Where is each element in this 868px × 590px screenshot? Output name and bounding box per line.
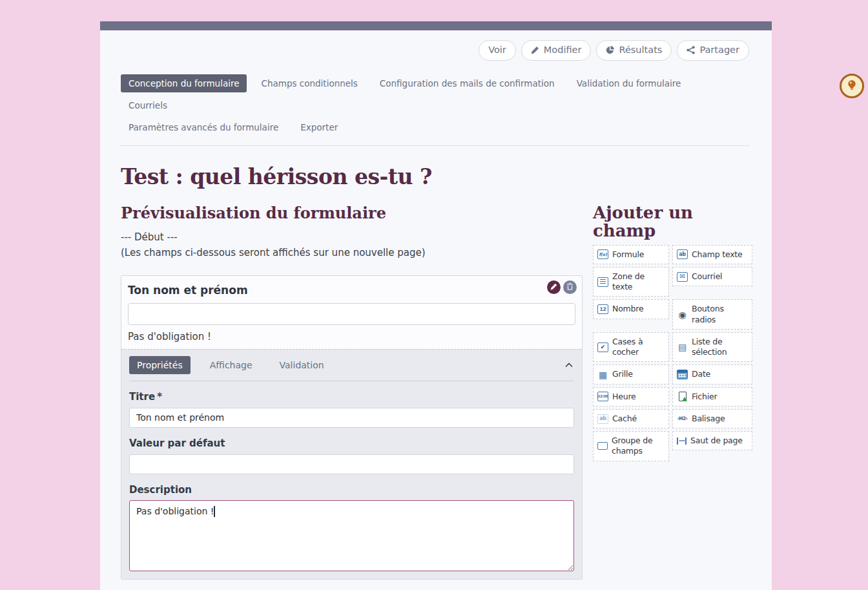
palette-button-liste-de-selection[interactable]: Liste de sélection — [672, 332, 752, 363]
field-label: Ton nom et prénom — [128, 284, 575, 297]
tab-configuration-mails[interactable]: Configuration des mails de confirmation — [372, 74, 563, 92]
primary-tabs: Conception du formulaire Champs conditio… — [121, 74, 749, 146]
tab-champs-conditionnels[interactable]: Champs conditionnels — [253, 74, 365, 92]
palette-button-champ-texte[interactable]: Champ texte — [672, 245, 752, 264]
radio-icon — [677, 310, 688, 319]
palette-label: Boutons radios — [692, 304, 748, 325]
palette-button-formule[interactable]: Formule — [593, 245, 669, 264]
fieldset-icon — [597, 442, 608, 450]
palette-label: Caché — [612, 414, 665, 424]
title-label-text: Titre — [129, 391, 155, 403]
tab-courriels[interactable]: Courriels — [121, 96, 175, 114]
palette-button-grille[interactable]: Grille — [593, 364, 669, 384]
results-button[interactable]: Résultats — [596, 40, 672, 61]
email-icon — [677, 272, 688, 282]
palette-label: Date — [692, 369, 748, 379]
palette-button-heure[interactable]: Heure — [593, 387, 669, 406]
palette-button-date[interactable]: Date — [672, 364, 752, 384]
palette-label: Balisage — [692, 414, 748, 424]
field-palette: Formule Champ texte Zone de texte Courri… — [593, 245, 749, 461]
hidden-field-icon — [597, 414, 608, 424]
field-properties-panel: Propriétés Affichage Validation Titre* V… — [121, 349, 582, 579]
description-label: Description — [129, 484, 574, 496]
tab-affichage[interactable]: Affichage — [202, 356, 260, 374]
share-button[interactable]: Partager — [677, 40, 749, 61]
required-marker: * — [157, 391, 162, 403]
palette-button-balisage[interactable]: Balisage — [672, 409, 752, 428]
tab-proprietes[interactable]: Propriétés — [129, 356, 191, 374]
palette-button-zone-de-texte[interactable]: Zone de texte — [593, 267, 669, 297]
palette-label: Courriel — [692, 271, 748, 282]
palette-button-groupe-de-champs[interactable]: Groupe de champs — [593, 431, 669, 461]
palette-button-courriel[interactable]: Courriel — [672, 267, 752, 286]
page-title: Test : quel hérisson es-tu ? — [121, 164, 749, 189]
view-button-label: Voir — [488, 44, 506, 57]
formula-icon — [597, 249, 608, 259]
default-value-input[interactable] — [129, 454, 574, 474]
text-cursor — [214, 506, 215, 517]
palette-label: Liste de sélection — [692, 337, 748, 358]
palette-label: Champ texte — [692, 249, 748, 260]
palette-label: Nombre — [612, 304, 665, 314]
markup-icon — [677, 414, 688, 424]
palette-button-fichier[interactable]: Fichier — [672, 387, 752, 406]
checkbox-icon — [597, 342, 608, 352]
file-upload-icon — [677, 392, 688, 401]
edit-button-label: Modifier — [544, 44, 582, 57]
palette-button-nombre[interactable]: Nombre — [593, 299, 669, 319]
page-break-note: (Les champs ci-dessous seront affichés s… — [121, 247, 583, 258]
palette-button-saut-de-page[interactable]: Saut de page — [672, 431, 752, 450]
palette-label: Grille — [612, 369, 665, 379]
results-button-label: Résultats — [619, 44, 662, 57]
content-card: Voir Modifier Résultats Partager Concept… — [100, 21, 772, 590]
default-value-label: Valeur par défaut — [129, 437, 574, 449]
field-preview-input[interactable] — [128, 303, 575, 325]
textarea-icon — [597, 277, 608, 287]
preview-heading: Prévisualisation du formulaire — [121, 204, 583, 222]
palette-label: Zone de texte — [612, 271, 665, 293]
collapse-panel-button[interactable] — [564, 359, 574, 371]
view-actions: Voir Modifier Résultats Partager — [121, 40, 749, 61]
lightbulb-icon — [845, 78, 859, 94]
tab-exporter[interactable]: Exporter — [293, 118, 346, 136]
palette-label: Formule — [612, 249, 665, 260]
pencil-icon — [550, 282, 557, 292]
chevron-up-icon — [565, 360, 573, 370]
view-button[interactable]: Voir — [479, 40, 516, 61]
share-button-label: Partager — [699, 44, 739, 57]
title-field-label: Titre* — [129, 391, 574, 403]
add-field-sidebar: Ajouter un champ Formule Champ texte Zon… — [593, 204, 749, 590]
palette-button-cases-a-cocher[interactable]: Cases à cocher — [593, 332, 669, 363]
edit-button[interactable]: Modifier — [521, 40, 592, 61]
field-delete-button[interactable] — [563, 280, 577, 294]
tab-conception-du-formulaire[interactable]: Conception du formulaire — [121, 74, 247, 92]
pie-chart-icon — [606, 46, 614, 54]
field-actions — [547, 280, 577, 294]
top-accent-bar — [100, 21, 772, 30]
tab-validation[interactable]: Validation — [272, 356, 332, 374]
tabs-row-1: Conception du formulaire Champs conditio… — [121, 74, 749, 114]
field-editor-card: Ton nom et prénom Pas d'obligation ! — [121, 275, 583, 580]
palette-label: Fichier — [692, 392, 748, 402]
page-break-start-marker: --- Début --- — [121, 231, 583, 243]
tab-parametres-avances[interactable]: Paramètres avancés du formulaire — [121, 118, 286, 136]
textfield-icon — [677, 249, 688, 259]
clock-icon — [597, 392, 608, 401]
calendar-icon — [677, 370, 688, 379]
title-input[interactable] — [129, 408, 574, 428]
description-textarea[interactable]: Pas d'obligation ! — [129, 500, 574, 571]
tab-validation-du-formulaire[interactable]: Validation du formulaire — [569, 74, 689, 92]
trash-icon — [566, 282, 574, 292]
palette-label: Groupe de champs — [612, 436, 665, 457]
page-break-icon — [677, 437, 687, 445]
palette-label: Saut de page — [690, 436, 748, 446]
editor-tabs: Propriétés Affichage Validation — [129, 356, 574, 381]
number-icon — [597, 304, 608, 314]
palette-button-boutons-radios[interactable]: Boutons radios — [672, 299, 752, 330]
palette-label: Cases à cocher — [612, 337, 665, 358]
tabs-row-2: Paramètres avancés du formulaire Exporte… — [121, 118, 749, 136]
field-preview: Ton nom et prénom Pas d'obligation ! — [121, 276, 582, 349]
palette-button-cache[interactable]: Caché — [593, 409, 669, 428]
help-lightbulb-button[interactable] — [840, 74, 864, 98]
field-edit-button[interactable] — [547, 280, 561, 294]
